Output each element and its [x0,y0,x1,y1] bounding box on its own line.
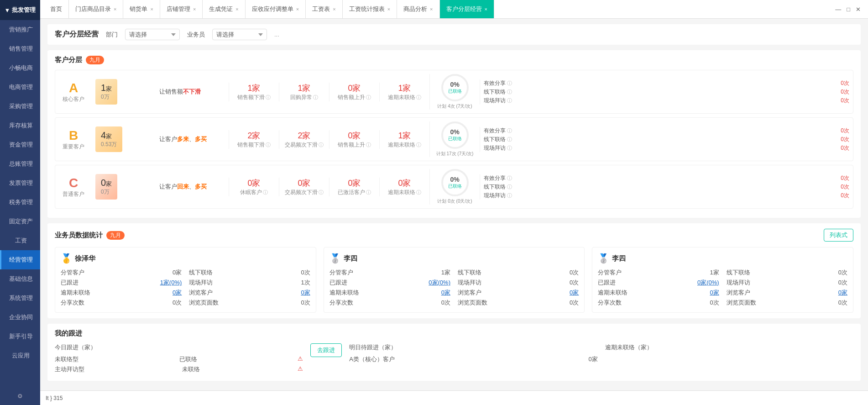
sidebar-item-fapiao[interactable]: 发票管理 [0,174,40,193]
staff-select[interactable]: 请选择 [212,29,267,40]
tab-store_mgmt[interactable]: 店铺管理× [160,0,203,18]
staff-stat-val-2-6: 0次 [710,299,719,307]
staff-name-label-2: 李四 [612,254,626,263]
sidebar-item-xiaodian[interactable]: 小畅电商 [0,58,40,78]
tab-goods_analysis[interactable]: 商品分析× [397,0,439,18]
tier-count-B: 4家 0.53万 [92,125,156,154]
staff-stat-val-2-4[interactable]: 0家 [710,289,719,297]
tab-close-goods_analysis[interactable]: × [430,6,433,12]
staff-card-0: 🥇 徐泽华 分管客户 0家 线下联络 0次 已跟进 1家(0%) 现场拜访 1次… [55,247,316,313]
minimize-icon[interactable]: — [835,6,841,13]
tab-label-ar_ap: 应收应付调整单 [252,5,293,13]
customer-tier-section: 客户分层 九月 A 核心客户 1家 0万 让销售额不下滑 1家 销售额下滑 ⓘ … [47,50,861,218]
staff-stat-val-0-1: 0次 [301,268,310,277]
staff-card-1: 🥈 李四 分管客户 1家 线下联络 0次 已跟进 0家(0%) 现场拜访 0次 … [324,247,585,313]
staff-stat-val-1-2[interactable]: 0家(0%) [429,279,450,287]
tab-sales_order[interactable]: 销货单× [123,0,160,18]
tab-home[interactable]: 首页 [44,0,69,18]
tab-payroll[interactable]: 工资表× [306,0,342,18]
go-followup-col: 去跟进 [310,343,342,357]
sidebar-item-dianshang[interactable]: 电商管理 [0,78,40,97]
staff-stats-1: 分管客户 1家 线下联络 0次 已跟进 0家(0%) 现场拜访 0次 逾期未联络… [329,268,579,307]
filter-dots[interactable]: ... [274,31,279,38]
tier-stat-A-0: 1家 销售额下滑 ⓘ [229,83,279,101]
sidebar-item-kucun[interactable]: 库存核算 [0,116,40,135]
tab-close-customer_tier[interactable]: × [485,6,487,12]
sidebar-item-shuiwu[interactable]: 税务管理 [0,193,40,212]
staff-stat-row-2-3: 现场拜访 0次 [727,279,847,287]
tab-label-payroll: 工资表 [312,5,330,13]
tab-close-sales_order[interactable]: × [150,6,153,12]
staff-stat-val-0-5[interactable]: 0家 [301,289,310,297]
sidebar-item-jichu[interactable]: 基础信息 [0,269,40,289]
staff-stat-val-2-5[interactable]: 0家 [838,289,847,297]
maximize-icon[interactable]: □ [847,6,850,13]
staff-stat-val-2-2[interactable]: 0家(0%) [697,279,719,287]
tier-suggestion-B: 让客户多来、多买 [156,135,229,143]
tier-stat-B-0: 2家 销售额下滑 ⓘ [229,130,279,149]
dept-select[interactable]: 请选择 [125,29,180,40]
tab-close-gen_voucher[interactable]: × [235,6,238,12]
tab-close-ar_ap[interactable]: × [296,6,299,12]
page-content: 客户分层经营 部门 请选择 业务员 请选择 ... 客户分层 九月 A 核心客户 [40,19,868,390]
staff-stat-val-1-7: 0次 [570,299,579,307]
sidebar-item-yingxiao[interactable]: 营销推广 [0,20,40,39]
staff-stat-row-0-1: 线下联络 0次 [189,268,310,277]
close-icon[interactable]: ✕ [856,6,861,13]
sidebar-item-qiye[interactable]: 企业协同 [0,308,40,327]
staff-stat-row-0-3: 现场拜访 1次 [189,279,310,287]
medal-icon-0: 🥇 [61,253,72,264]
tier-label-A: A 核心客户 [55,79,92,105]
staff-stat-val-1-5[interactable]: 0家 [570,289,579,297]
staff-stat-val-1-4[interactable]: 0家 [441,289,450,297]
sidebar-top[interactable]: ▼ 批发管理 [0,0,40,20]
sidebar-item-caigou[interactable]: 采购管理 [0,97,40,116]
sidebar-item-gongzi[interactable]: 工资 [0,231,40,250]
overdue-followup-col: 逾期未联络（家） [605,343,853,355]
staff-stat-val-0-2[interactable]: 1家(0%) [160,279,182,287]
sidebar-item-xinshou[interactable]: 新手引导 [0,327,40,346]
staff-stat-row-2-7: 浏览页面数 0次 [727,299,847,307]
staff-stat-row-2-0: 分管客户 1家 [598,268,719,277]
go-followup-button[interactable]: 去跟进 [310,343,342,357]
tab-gen_voucher[interactable]: 生成凭证× [203,0,245,18]
sidebar-item-gudingzichan[interactable]: 固定资产 [0,212,40,231]
sidebar-item-yun[interactable]: 云应用 [0,346,40,365]
main-area: 首页门店商品目录×销货单×店铺管理×生成凭证×应收应付调整单×工资表×工资统计报… [40,0,868,405]
tier-label-C: C 普通客户 [55,174,92,200]
today-row-2: 主动拜访型 未联络 ⚠ [55,365,303,373]
sidebar-item-jingying[interactable]: 经营管理 [0,250,40,269]
staff-stat-val-0-4[interactable]: 0家 [173,289,182,297]
today-val-2: 未联络 [182,365,200,373]
tab-store_goods[interactable]: 门店商品目录× [69,0,123,18]
staff-stat-row-2-1: 线下联络 0次 [727,268,847,277]
tab-payroll_stats[interactable]: 工资统计报表× [343,0,397,18]
tab-close-payroll_stats[interactable]: × [387,6,390,12]
staff-stat-val-2-1: 0次 [838,268,847,277]
tier-circle-B: 0% 已联络 计划 17次 (7天/次) [429,121,480,157]
sidebar-item-zongzhang[interactable]: 总账管理 [0,154,40,174]
tier-count-A: 1家 0万 [92,77,156,106]
tab-ar_ap[interactable]: 应收应付调整单× [246,0,306,18]
staff-stat-row-0-6: 分享次数 0次 [61,299,182,307]
tab-close-payroll[interactable]: × [333,6,335,12]
settings-button[interactable]: ⚙ [0,387,40,405]
today-label-1: 未联络型 [55,355,78,363]
followup-section: 我的跟进 今日跟进（家） 未联络型 已联络 ⚠ 主动拜访型 未联络 ⚠ [47,324,861,381]
staff-name-2: 🥈 李四 [598,253,847,264]
tab-label-payroll_stats: 工资统计报表 [349,5,385,13]
list-view-button[interactable]: 列表式 [824,229,853,242]
tab-close-store_mgmt[interactable]: × [193,6,196,12]
tab-bar: 首页门店商品目录×销货单×店铺管理×生成凭证×应收应付调整单×工资表×工资统计报… [40,0,868,19]
followup-title: 我的跟进 [55,329,853,338]
tab-close-store_goods[interactable]: × [114,6,116,12]
tier-label-B: B 重要客户 [55,126,92,153]
staff-stat-row-1-3: 现场拜访 0次 [458,279,579,287]
tab-customer_tier[interactable]: 客户分层经营× [440,0,494,18]
tomorrow-followup-label: 明日待跟进（家） [349,343,597,352]
sidebar-item-xiaoshou[interactable]: 销售管理 [0,39,40,58]
sidebar-item-zijin[interactable]: 资金管理 [0,135,40,154]
tab-label-gen_voucher: 生成凭证 [209,5,233,13]
sidebar-item-xitong[interactable]: 系统管理 [0,289,40,308]
sidebar: ▼ 批发管理 营销推广销售管理小畅电商电商管理采购管理库存核算资金管理总账管理发… [0,0,40,405]
